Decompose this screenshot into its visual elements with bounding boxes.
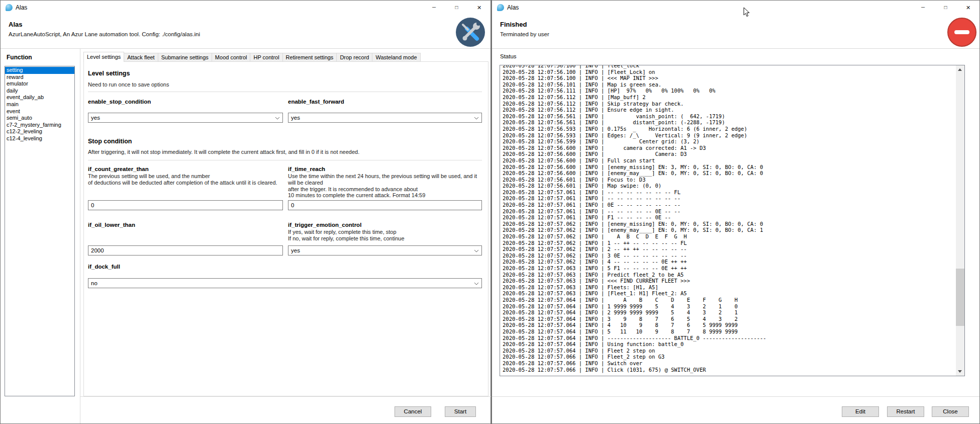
tab-mood-control[interactable]: Mood control [212, 53, 251, 62]
maximize-button[interactable]: □ [934, 1, 957, 15]
minimize-button[interactable]: ─ [912, 1, 934, 15]
log-line: 2020-05-28 12:07:57.061 | INFO | 0E -- -… [503, 202, 955, 208]
log-line: 2020-05-28 12:07:57.064 | INFO | A B C D… [503, 297, 955, 303]
scrollbar-thumb[interactable] [956, 269, 964, 326]
tab-retirement-settings[interactable]: Retirement settings [283, 53, 337, 62]
tab-level-settings[interactable]: Level settings [83, 52, 124, 62]
stop-condition-title: Stop condition [88, 138, 132, 145]
log-line: 2020-05-28 12:07:57.064 | INFO | 4 10 9 … [503, 322, 955, 328]
log-line: 2020-05-28 12:07:56.111 | INFO | [HP] 97… [503, 88, 955, 94]
tab-wasteland-mode[interactable]: Wasteland mode [372, 53, 420, 62]
log-output[interactable]: 2020-05-28 12:07:56.100 | INFO | fleet_l… [500, 65, 965, 376]
chevron-down-icon [275, 117, 280, 120]
scroll-down-icon[interactable] [956, 367, 964, 376]
log-window: Alas ─ □ ✕ Finished Terminated by user S… [492, 0, 980, 424]
log-line: 2020-05-28 12:07:57.062 | INFO | 3 0E --… [503, 252, 955, 259]
sidebar-item-main[interactable]: main [5, 101, 74, 108]
sidebar-item-event_daily_ab[interactable]: event_daily_ab [5, 94, 74, 101]
titlebar[interactable]: Alas ─ □ ✕ [1, 1, 491, 15]
log-line: 2020-05-28 12:07:56.599 | INFO | Center … [503, 138, 955, 145]
log-line: 2020-05-28 12:07:57.062 | INFO | A B C D… [503, 233, 955, 240]
log-line: 2020-05-28 12:07:57.061 | INFO | -- -- -… [503, 195, 955, 202]
tools-icon [456, 18, 485, 47]
close-action-button[interactable]: Close [932, 406, 969, 417]
minimize-button[interactable]: ─ [423, 1, 445, 15]
if-count-greater-than-desc: The previous setting will be used, and t… [88, 173, 285, 186]
if-time-reach-input[interactable] [288, 200, 482, 210]
screen: Alas ─ □ ✕ Alas AzurLaneAutoScript, An A… [0, 0, 980, 424]
if-count-greater-than-label: if_count_greater_than [88, 166, 149, 172]
status-subtitle: Terminated by user [500, 31, 549, 37]
tab-attack-fleet[interactable]: Attack fleet [124, 53, 158, 62]
log-line: 2020-05-28 12:07:56.112 | INFO | Skip st… [503, 101, 955, 107]
log-line: 2020-05-28 12:07:57.061 | INFO | F1 -- -… [503, 214, 955, 221]
chevron-down-icon [474, 117, 479, 120]
tab-drop-record[interactable]: Drop record [337, 53, 372, 62]
if-dock-full-label: if_dock_full [88, 264, 120, 270]
window-controls: ─ □ ✕ [423, 1, 491, 15]
log-line: 2020-05-28 12:07:57.064 | INFO | 5 11 10… [503, 328, 955, 335]
sidebar-item-setting[interactable]: setting [5, 67, 74, 74]
panel-separator [80, 49, 80, 423]
log-line: 2020-05-28 12:07:57.064 | INFO | 3 9 8 7… [503, 316, 955, 322]
log-line: 2020-05-28 12:07:56.561 | INFO | distant… [503, 119, 955, 126]
if-trigger-emotion-control-label: if_trigger_emotion_control [288, 222, 361, 228]
if-dock-full-select[interactable]: no [88, 278, 482, 288]
sidebar-item-reward[interactable]: reward [5, 74, 74, 81]
log-line: 2020-05-28 12:07:57.062 | INFO | 2 -- ++… [503, 246, 955, 252]
close-button[interactable]: ✕ [468, 1, 491, 15]
log-scrollbar[interactable] [956, 65, 964, 376]
log-line: 2020-05-28 12:07:56.561 | INFO | vanish_… [503, 113, 955, 120]
sidebar-item-daily[interactable]: daily [5, 88, 74, 95]
log-line: 2020-05-28 12:07:57.063 | INFO | Predict… [503, 272, 955, 278]
restart-button[interactable]: Restart [887, 406, 924, 417]
divider [88, 160, 482, 160]
sidebar-item-emulator[interactable]: emulator [5, 80, 74, 88]
start-button[interactable]: Start [445, 406, 476, 417]
log-line: 2020-05-28 12:07:56.601 | INFO | Map swi… [503, 183, 955, 189]
tab-strip: Level settingsAttack fleetSubmarine sett… [83, 52, 421, 62]
sidebar-item-event[interactable]: event [5, 108, 74, 115]
scroll-up-icon[interactable] [956, 65, 964, 74]
header-separator [1, 48, 491, 49]
log-line: 2020-05-28 12:07:56.593 | INFO | Edges: … [503, 132, 955, 139]
enable-stop-condition-label: enable_stop_condition [88, 99, 151, 105]
if-count-greater-than-input[interactable] [88, 200, 283, 210]
enable-fast-forward-label: enable_fast_forward [288, 99, 344, 105]
chevron-down-icon [474, 282, 479, 285]
titlebar[interactable]: Alas ─ □ ✕ [492, 1, 979, 15]
tab-submarine-settings[interactable]: Submarine settings [158, 53, 212, 62]
function-label: Function [7, 54, 32, 61]
sidebar-item-c12-2_leveling[interactable]: c12-2_leveling [5, 128, 74, 135]
log-line: 2020-05-28 12:07:56.100 | INFO | <<< MAP… [503, 75, 955, 81]
header-separator [492, 48, 979, 49]
log-line: 2020-05-28 12:07:56.593 | INFO | 0.175s … [503, 126, 955, 132]
tab-hp-control[interactable]: HP control [250, 53, 282, 62]
enable-stop-condition-select[interactable]: yes [88, 113, 283, 123]
mouse-cursor [743, 7, 750, 17]
chevron-down-icon [474, 249, 479, 252]
log-line: 2020-05-28 12:07:57.064 | INFO | 1 9999 … [503, 303, 955, 310]
log-line: 2020-05-28 12:07:57.064 | INFO | Fleet 2… [503, 348, 955, 354]
if-trigger-emotion-control-select[interactable]: yes [288, 245, 482, 256]
sidebar-item-c12-4_leveling[interactable]: c12-4_leveling [5, 135, 74, 142]
sidebar-item-c7-2_mystery_farming[interactable]: c7-2_mystery_farming [5, 122, 74, 129]
cancel-button[interactable]: Cancel [395, 406, 431, 417]
status-label: Status [500, 53, 517, 59]
log-line: 2020-05-28 12:07:57.063 | INFO | [Fleet_… [503, 290, 955, 297]
footer-separator [492, 396, 979, 397]
maximize-button[interactable]: □ [445, 1, 468, 15]
log-line: 2020-05-28 12:07:57.063 | INFO | <<< FIN… [503, 278, 955, 284]
close-button[interactable]: ✕ [957, 1, 979, 15]
if-trigger-emotion-control-desc: If yes, wait for reply, complete this ti… [288, 229, 485, 242]
alas-logo-icon [6, 4, 13, 11]
window-title: Alas [507, 4, 519, 11]
edit-button[interactable]: Edit [842, 406, 879, 417]
enable-fast-forward-select[interactable]: yes [288, 113, 482, 123]
selected-value: yes [291, 247, 300, 253]
log-line: 2020-05-28 12:07:56.112 | INFO | [Map_bu… [503, 94, 955, 101]
sidebar-item-semi_auto[interactable]: semi_auto [5, 115, 74, 122]
log-line: 2020-05-28 12:07:57.061 | INFO | -- -- -… [503, 189, 955, 196]
selected-value: yes [291, 115, 300, 121]
if-oil-lower-than-input[interactable] [88, 245, 283, 256]
